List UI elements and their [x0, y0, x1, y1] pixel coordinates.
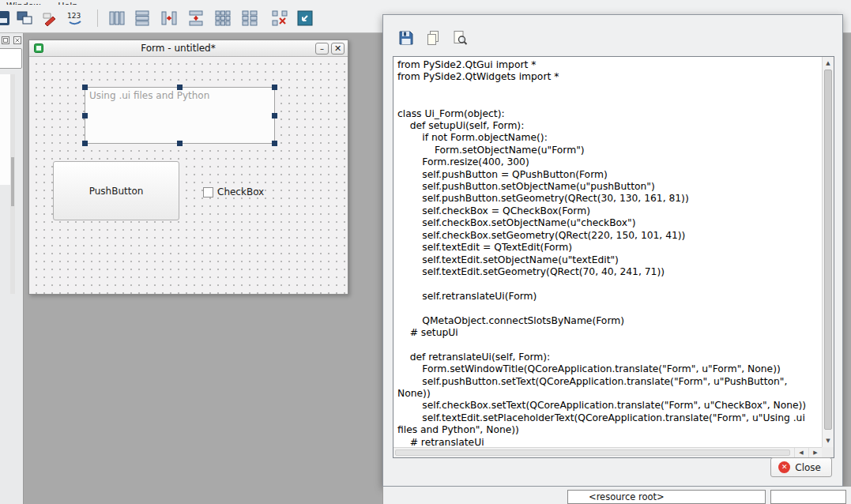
code-line: self.textEdit.setGeometry(QRect(70, 40, … — [397, 266, 820, 278]
code-line: self.pushButton.setText(QCoreApplication… — [397, 376, 820, 401]
close-button-label: Close — [795, 462, 821, 473]
save-icon[interactable] — [396, 28, 416, 48]
code-line: if not Form.objectName(): — [397, 132, 820, 144]
selection-handle-e[interactable] — [272, 113, 277, 118]
code-line: class Ui_Form(object): — [397, 108, 820, 120]
widgetbox-list[interactable] — [0, 74, 10, 185]
horizontal-scrollbar[interactable]: ◀ ▶ — [393, 447, 822, 457]
form-title: Form - untitled* — [43, 43, 313, 54]
close-button[interactable]: ✕ Close — [770, 457, 832, 477]
scroll-down-arrow[interactable]: ▼ — [823, 435, 834, 446]
svg-text:123: 123 — [67, 12, 81, 20]
selection-handle-w[interactable] — [82, 113, 88, 118]
scroll-right-arrow[interactable]: ▶ — [808, 448, 822, 457]
form-editor-window: Form - untitled* – ✕ Using .ui files and… — [28, 39, 348, 295]
selection-handle-s[interactable] — [177, 141, 183, 146]
code-line: ​ — [397, 96, 820, 107]
code-line: self.pushButton.setObjectName(u"pushButt… — [397, 181, 820, 193]
qt-designer-app: Window Help 123 — [0, 0, 851, 504]
selection-handle-sw[interactable] — [82, 141, 88, 146]
vertical-scroll-thumb[interactable] — [824, 70, 832, 430]
code-line: self.pushButton.setGeometry(QRect(30, 13… — [397, 193, 820, 205]
break-layout-icon[interactable] — [270, 9, 289, 28]
vertical-scrollbar[interactable]: ▲ ▼ — [822, 57, 834, 447]
dock-float-button[interactable] — [1, 36, 10, 45]
checkbox-widget[interactable]: CheckBox — [203, 176, 283, 208]
code-line: self.pushButton = QPushButton(Form) — [397, 169, 820, 181]
code-line: Form.resize(400, 300) — [397, 156, 820, 168]
code-line: Form.setObjectName(u"Form") — [397, 145, 820, 156]
textedit-widget[interactable]: Using .ui files and Python — [85, 87, 275, 144]
layout-vertical-icon[interactable] — [133, 9, 152, 28]
main-toolbar: 123 — [0, 8, 314, 28]
code-line: self.textEdit = QTextEdit(Form) — [397, 242, 820, 254]
layout-horizontal-icon[interactable] — [107, 9, 126, 28]
code-view[interactable]: from PySide2.QtGui import *from PySide2.… — [393, 56, 834, 458]
layout-form-icon[interactable] — [240, 9, 259, 28]
code-line: self.checkBox.setGeometry(QRect(220, 150… — [397, 230, 820, 242]
code-line: self.checkBox.setObjectName(u"checkBox") — [397, 217, 820, 229]
scrollbar-corner — [822, 447, 834, 457]
toolbar-separator — [97, 9, 98, 27]
find-icon[interactable] — [450, 28, 470, 48]
layout-splitter-horizontal-icon[interactable] — [160, 9, 179, 28]
code-preview-dialog: from PySide2.QtGui import *from PySide2.… — [382, 14, 843, 487]
selection-handle-se[interactable] — [272, 141, 277, 146]
close-icon: ✕ — [778, 461, 790, 473]
code-line: # retranslateUi — [397, 437, 820, 447]
code-line: self.retranslateUi(Form) — [397, 291, 820, 303]
code-line: self.checkBox = QCheckBox(Form) — [397, 205, 820, 217]
checkbox-label: CheckBox — [217, 186, 264, 197]
checkbox-indicator[interactable] — [203, 187, 213, 197]
code-line: self.textEdit.setPlaceholderText(QCoreAp… — [397, 412, 820, 437]
code-lines: from PySide2.QtGui import *from PySide2.… — [393, 57, 822, 447]
new-form-icon[interactable] — [0, 9, 12, 28]
code-line: ​ — [397, 84, 820, 96]
layout-splitter-vertical-icon[interactable] — [186, 9, 205, 28]
selection-handle-nw[interactable] — [82, 85, 88, 90]
code-line: ​ — [397, 339, 820, 351]
code-line: def setupUi(self, Form): — [397, 120, 820, 132]
widgetbox-scroll-thumb[interactable] — [11, 157, 14, 206]
code-line: Form.setWindowTitle(QCoreApplication.tra… — [397, 363, 820, 375]
scroll-left-arrow[interactable]: ◀ — [794, 448, 808, 457]
dialog-toolbar — [396, 28, 470, 48]
horizontal-scroll-thumb[interactable] — [395, 449, 790, 456]
code-line: self.checkBox.setText(QCoreApplication.t… — [397, 400, 820, 412]
code-line: ​ — [397, 278, 820, 290]
form-canvas[interactable]: Using .ui files and Python PushButton Ch… — [29, 57, 348, 294]
resource-root-item[interactable]: <resource root> — [567, 490, 766, 504]
layout-grid-icon[interactable] — [213, 9, 232, 28]
scroll-up-arrow[interactable]: ▲ — [823, 58, 834, 69]
edit-tab-order-icon[interactable]: 123 — [66, 9, 85, 28]
menu-item-window[interactable]: Window — [6, 2, 40, 5]
form-window-icon — [34, 43, 43, 53]
copy-icon[interactable] — [423, 28, 443, 48]
form-minimize-button[interactable]: – — [315, 43, 329, 55]
edit-signals-slots-icon[interactable] — [40, 9, 59, 28]
form-titlebar[interactable]: Form - untitled* – ✕ — [29, 40, 348, 57]
resource-files-box[interactable] — [770, 490, 846, 504]
dock-close-button[interactable] — [13, 36, 22, 45]
code-line: from PySide2.QtGui import * — [397, 59, 820, 71]
code-line: self.textEdit.setObjectName(u"textEdit") — [397, 254, 820, 266]
code-line: QMetaObject.connectSlotsByName(Form) — [397, 315, 820, 327]
code-line: def retranslateUi(self, Form): — [397, 352, 820, 363]
widgetbox-filter-input[interactable] — [0, 48, 22, 69]
selection-handle-ne[interactable] — [272, 85, 277, 90]
resource-panel: <resource root> — [382, 487, 851, 504]
selection-handle-n[interactable] — [177, 85, 183, 90]
widgetbox-scrollbar[interactable] — [10, 74, 15, 294]
adjust-size-icon[interactable] — [296, 9, 314, 28]
form-close-button[interactable]: ✕ — [331, 43, 345, 55]
code-line: ​ — [397, 303, 820, 314]
textedit-placeholder: Using .ui files and Python — [89, 90, 209, 101]
menubar: Window Help — [6, 0, 92, 5]
pushbutton-widget[interactable]: PushButton — [53, 161, 179, 220]
code-line: from PySide2.QtWidgets import * — [397, 71, 820, 83]
menu-item-help[interactable]: Help — [58, 2, 77, 5]
edit-widgets-icon[interactable] — [15, 9, 34, 28]
code-line: # setupUi — [397, 327, 820, 339]
left-dock-edge — [0, 33, 24, 504]
